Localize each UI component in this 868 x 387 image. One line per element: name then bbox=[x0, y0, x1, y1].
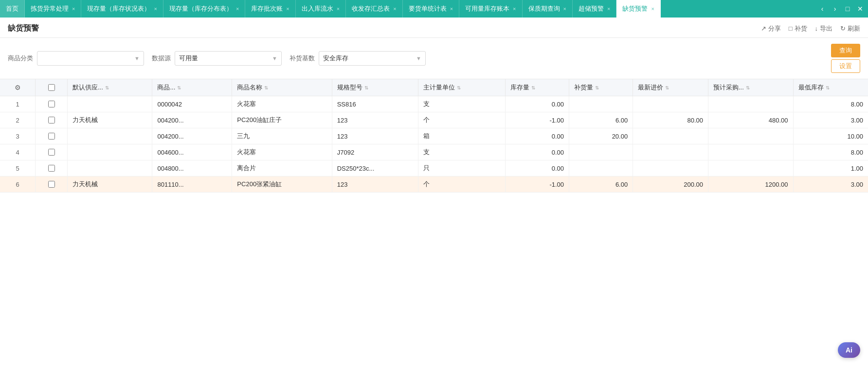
row-num-4: 4 bbox=[0, 144, 36, 160]
row-num-6: 6 bbox=[0, 176, 36, 193]
ai-assistant-badge[interactable]: Ai bbox=[838, 342, 860, 358]
tab-nav-prev[interactable]: ‹ bbox=[816, 3, 828, 15]
table-row: 6 力天机械 801110... PC200张紧油缸 123 个 -1.00 6… bbox=[0, 176, 868, 193]
settings-button[interactable]: 设置 bbox=[831, 59, 860, 73]
row-code-1: 0000042 bbox=[152, 96, 232, 112]
row-num-3: 3 bbox=[0, 128, 36, 144]
tab-overstock-warning[interactable]: 超储预警 × bbox=[573, 0, 616, 18]
row-unit-2: 个 bbox=[418, 112, 505, 128]
row-select-2[interactable] bbox=[48, 117, 55, 123]
datasource-filter-group: 数据源 可用量 ▼ bbox=[152, 51, 282, 66]
row-spec-1: SS816 bbox=[332, 96, 418, 112]
close-tab-batch[interactable]: × bbox=[286, 6, 289, 12]
datasource-select[interactable]: 可用量 ▼ bbox=[175, 51, 282, 66]
tab-picking-exception[interactable]: 拣货异常处理 × bbox=[25, 0, 81, 18]
table-container: ⚙ 默认供应... ⇅ 商品... ⇅ bbox=[0, 79, 868, 193]
row-stock-1: 0.00 bbox=[505, 96, 569, 112]
sort-spec-icon: ⇅ bbox=[364, 85, 368, 90]
close-tab-receive[interactable]: × bbox=[393, 6, 396, 12]
row-select-4[interactable] bbox=[48, 149, 55, 156]
row-name-1: 火花塞 bbox=[232, 96, 332, 112]
sort-replenish-icon: ⇅ bbox=[595, 85, 599, 90]
row-select-1[interactable] bbox=[48, 101, 55, 107]
row-stock-6: -1.00 bbox=[505, 176, 569, 193]
th-replenish: 补货量 ⇅ bbox=[569, 79, 633, 96]
row-checkbox-6 bbox=[36, 176, 68, 193]
table-body: 1 0000042 火花塞 SS816 支 0.00 8.00 2 力天机械 0… bbox=[0, 96, 868, 193]
row-select-6[interactable] bbox=[48, 181, 55, 188]
shortage-warning-table: ⚙ 默认供应... ⇅ 商品... ⇅ bbox=[0, 79, 868, 193]
row-unit-1: 支 bbox=[418, 96, 505, 112]
row-stock-4: 0.00 bbox=[505, 144, 569, 160]
row-unit-3: 箱 bbox=[418, 128, 505, 144]
tab-current-stock-status[interactable]: 现存量（库存状况表） × bbox=[81, 0, 163, 18]
th-spec: 规格型号 ⇅ bbox=[332, 79, 418, 96]
tab-close-all[interactable]: ✕ bbox=[854, 3, 866, 15]
tab-batch-account[interactable]: 库存批次账 × bbox=[245, 0, 295, 18]
datasource-value: 可用量 bbox=[179, 54, 198, 63]
tab-receive-send-summary[interactable]: 收发存汇总表 × bbox=[346, 0, 402, 18]
close-tab-requisition[interactable]: × bbox=[450, 6, 453, 12]
header-actions: ↗ 分享 □ 补货 ↓ 导出 ↻ 刷新 bbox=[761, 24, 860, 33]
replenish-base-select[interactable]: 安全库存 ▼ bbox=[319, 51, 426, 66]
th-min-stock: 最低库存 ⇅ bbox=[793, 79, 868, 96]
row-spec-2: 123 bbox=[332, 112, 418, 128]
tab-available-ledger[interactable]: 可用量库存账本 × bbox=[459, 0, 522, 18]
row-replenish-5 bbox=[569, 160, 633, 176]
close-tab-shelf[interactable]: × bbox=[563, 6, 566, 12]
row-spec-5: DS250*23c... bbox=[332, 160, 418, 176]
export-button[interactable]: ↓ 导出 bbox=[815, 24, 833, 33]
select-all-checkbox[interactable] bbox=[48, 84, 55, 91]
replenish-base-label: 补货基数 bbox=[289, 54, 315, 63]
th-latest-price: 最新进价 ⇅ bbox=[633, 79, 708, 96]
close-tab-overstock[interactable]: × bbox=[607, 6, 610, 12]
close-tab-stock-dist[interactable]: × bbox=[236, 6, 239, 12]
tab-bar: 首页 拣货异常处理 × 现存量（库存状况表） × 现存量（库存分布表） × 库存… bbox=[0, 0, 868, 18]
row-forecast-4 bbox=[708, 144, 793, 160]
row-min-stock-2: 3.00 bbox=[793, 112, 868, 128]
tab-restore[interactable]: □ bbox=[842, 3, 853, 15]
row-num-5: 5 bbox=[0, 160, 36, 176]
tab-nav-controls: ‹ › □ ✕ bbox=[816, 3, 868, 15]
table-row: 1 0000042 火花塞 SS816 支 0.00 8.00 bbox=[0, 96, 868, 112]
query-button[interactable]: 查询 bbox=[831, 44, 860, 57]
row-replenish-2: 6.00 bbox=[569, 112, 633, 128]
row-price-4 bbox=[633, 144, 708, 160]
row-replenish-4 bbox=[569, 144, 633, 160]
tab-nav-next[interactable]: › bbox=[829, 3, 841, 15]
row-select-5[interactable] bbox=[48, 165, 55, 172]
row-replenish-1 bbox=[569, 96, 633, 112]
close-tab-inout[interactable]: × bbox=[337, 6, 340, 12]
close-tab-ledger[interactable]: × bbox=[513, 6, 516, 12]
tab-home[interactable]: 首页 bbox=[0, 0, 25, 18]
category-filter-group: 商品分类 ▼ bbox=[8, 51, 144, 66]
refresh-icon: ↻ bbox=[840, 25, 846, 32]
sort-name-icon: ⇅ bbox=[264, 85, 268, 90]
column-settings-icon[interactable]: ⚙ bbox=[5, 84, 30, 91]
row-price-5 bbox=[633, 160, 708, 176]
replenish-button[interactable]: □ 补货 bbox=[789, 24, 807, 33]
close-tab-shortage[interactable]: × bbox=[651, 6, 654, 12]
close-tab-picking[interactable]: × bbox=[72, 6, 75, 12]
row-supplier-3 bbox=[67, 128, 152, 144]
row-name-4: 火花塞 bbox=[232, 144, 332, 160]
tab-inout-flow[interactable]: 出入库流水 × bbox=[296, 0, 346, 18]
replenish-icon: □ bbox=[789, 25, 793, 32]
row-forecast-1 bbox=[708, 96, 793, 112]
th-code: 商品... ⇅ bbox=[152, 79, 232, 96]
row-select-3[interactable] bbox=[48, 133, 55, 140]
tab-requisition-stats[interactable]: 要货单统计表 × bbox=[403, 0, 459, 18]
row-price-1 bbox=[633, 96, 708, 112]
tab-current-stock-dist[interactable]: 现存量（库存分布表） × bbox=[163, 0, 245, 18]
refresh-button[interactable]: ↻ 刷新 bbox=[840, 24, 860, 33]
row-checkbox-3 bbox=[36, 128, 68, 144]
row-num-1: 1 bbox=[0, 96, 36, 112]
table-row: 3 004200... 三九 123 箱 0.00 20.00 10.00 bbox=[0, 128, 868, 144]
sort-code-icon: ⇅ bbox=[177, 85, 181, 90]
share-button[interactable]: ↗ 分享 bbox=[761, 24, 781, 33]
close-tab-stock-status[interactable]: × bbox=[154, 6, 157, 12]
page-container: 缺货预警 ↗ 分享 □ 补货 ↓ 导出 ↻ 刷新 商品分类 bbox=[0, 18, 868, 387]
tab-shortage-warning[interactable]: 缺货预警 × bbox=[616, 0, 660, 18]
category-select[interactable]: ▼ bbox=[37, 51, 144, 66]
tab-shelf-life[interactable]: 保质期查询 × bbox=[523, 0, 573, 18]
